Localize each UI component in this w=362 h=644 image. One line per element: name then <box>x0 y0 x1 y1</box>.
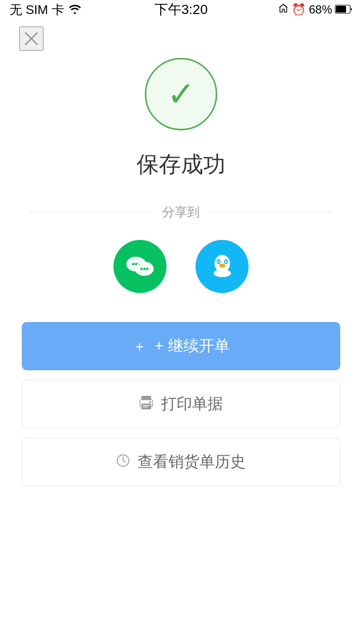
share-buttons-container <box>113 240 249 293</box>
divider-line-left <box>29 212 153 212</box>
battery-icon <box>335 3 352 16</box>
svg-point-11 <box>140 267 142 270</box>
battery-label: 68% <box>309 3 332 16</box>
share-wechat-button[interactable] <box>113 240 167 293</box>
success-icon-circle: ✓ <box>145 58 217 130</box>
svg-point-13 <box>146 267 148 270</box>
alarm-icon: ⏰ <box>292 3 306 16</box>
close-button[interactable] <box>19 27 43 51</box>
svg-point-18 <box>225 261 227 263</box>
svg-point-21 <box>214 272 219 275</box>
printer-icon <box>139 396 153 413</box>
clock-icon <box>116 454 130 471</box>
print-label: 打印单据 <box>161 393 223 415</box>
checkmark-icon: ✓ <box>167 77 195 111</box>
plus-icon: ＋ <box>132 336 147 356</box>
history-button[interactable]: 查看销货单历史 <box>22 438 340 486</box>
svg-point-17 <box>218 261 220 263</box>
svg-point-28 <box>149 401 151 403</box>
no-sim-label: 无 SIM 卡 <box>10 1 64 18</box>
status-left: 无 SIM 卡 <box>10 1 82 18</box>
success-title: 保存成功 <box>137 150 225 180</box>
history-label: 查看销货单历史 <box>138 451 246 473</box>
svg-rect-23 <box>141 396 151 400</box>
share-label: 分享到 <box>153 204 209 221</box>
share-qq-button[interactable] <box>195 240 249 293</box>
svg-rect-26 <box>143 405 150 406</box>
continue-button[interactable]: ＋ + 继续开单 <box>22 322 340 370</box>
status-time: 下午3:20 <box>154 0 208 19</box>
wifi-icon <box>68 2 82 17</box>
continue-label: + 继续开单 <box>154 336 230 357</box>
divider-line-right <box>209 212 333 212</box>
svg-point-22 <box>226 272 231 275</box>
location-icon <box>278 3 289 16</box>
main-content: ✓ 保存成功 分享到 <box>0 19 362 486</box>
svg-point-19 <box>219 264 225 267</box>
svg-point-12 <box>143 267 145 270</box>
status-bar: 无 SIM 卡 下午3:20 ⏰ 68% <box>0 0 362 19</box>
svg-rect-1 <box>336 6 346 13</box>
action-buttons-container: ＋ + 继续开单 打印单据 <box>22 322 340 486</box>
svg-line-31 <box>123 461 125 462</box>
svg-point-7 <box>132 263 134 265</box>
status-right: ⏰ 68% <box>278 3 352 16</box>
share-divider: 分享到 <box>0 204 362 221</box>
svg-rect-27 <box>143 406 148 407</box>
print-button[interactable]: 打印单据 <box>22 380 340 428</box>
